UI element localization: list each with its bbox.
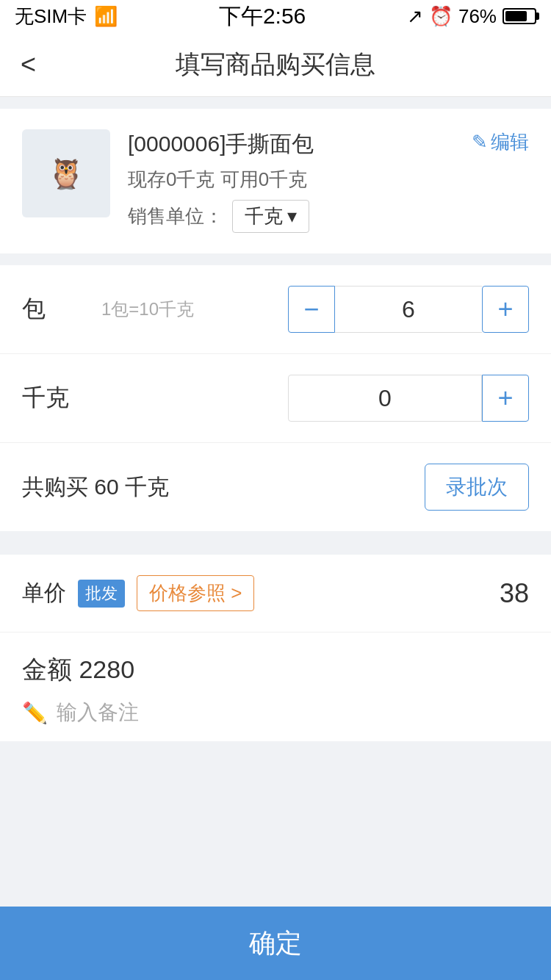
- status-right: ↗ ⏰ 76%: [407, 5, 536, 28]
- dropdown-icon: ▾: [287, 205, 297, 228]
- price-ref-label: 价格参照 >: [149, 580, 242, 606]
- alarm-icon: ⏰: [429, 5, 453, 28]
- battery-icon: [503, 8, 536, 24]
- edit-button[interactable]: ✎ 编辑: [472, 129, 529, 155]
- edit-icon: ✎: [472, 131, 488, 154]
- amount-value: 2280: [79, 655, 134, 683]
- package-controls: − +: [288, 286, 529, 333]
- status-bar: 无SIM卡 📶 下午2:56 ↗ ⏰ 76%: [0, 0, 551, 32]
- unit-label: 销售单位：: [128, 203, 223, 229]
- product-info: [0000006]手撕面包 ✎ 编辑 现存0千克 可用0千克 销售单位： 千克 …: [128, 129, 529, 233]
- wifi-icon: 📶: [94, 5, 118, 28]
- package-sublabel: 1包=10千克: [101, 298, 194, 321]
- summary-row: 共购买 60 千克 录批次: [0, 443, 551, 531]
- battery-percent: 76%: [458, 5, 497, 28]
- package-increment-button[interactable]: +: [482, 286, 529, 333]
- price-type-badge: 批发: [78, 580, 125, 608]
- package-decrement-button[interactable]: −: [288, 286, 335, 333]
- package-input-row: 包 1包=10千克 − +: [0, 265, 551, 354]
- edit-label: 编辑: [491, 129, 529, 155]
- amount-label: 金额: [22, 655, 72, 683]
- price-label: 单价: [22, 578, 66, 608]
- remark-row[interactable]: ✏️ 输入备注: [22, 699, 529, 727]
- kg-input-row: 千克 +: [0, 354, 551, 443]
- page-title: 填写商品购买信息: [176, 48, 375, 82]
- product-card: 🦉 [0000006]手撕面包 ✎ 编辑 现存0千克 可用0千克 销售单位： 千…: [0, 109, 551, 253]
- remark-placeholder: 输入备注: [57, 699, 139, 727]
- nav-bar: < 填写商品购买信息: [0, 32, 551, 97]
- confirm-button[interactable]: 确定: [0, 907, 551, 980]
- status-time: 下午2:56: [219, 1, 306, 32]
- price-value: 38: [500, 578, 529, 609]
- back-button[interactable]: <: [21, 49, 36, 80]
- batch-button[interactable]: 录批次: [425, 464, 529, 511]
- package-input[interactable]: [335, 286, 482, 333]
- section-divider-1: [0, 253, 551, 265]
- carrier-label: 无SIM卡: [15, 4, 87, 29]
- price-section: 单价 批发 价格参照 > 38: [0, 555, 551, 633]
- product-logo-icon: 🦉: [48, 159, 84, 188]
- product-name: [0000006]手撕面包: [128, 129, 314, 159]
- product-unit-row: 销售单位： 千克 ▾: [128, 200, 529, 233]
- product-stock: 现存0千克 可用0千克: [128, 167, 529, 192]
- amount-row: 金额 2280: [22, 653, 529, 687]
- summary-text: 共购买 60 千克: [22, 472, 169, 502]
- kg-input[interactable]: [288, 375, 482, 422]
- kg-label: 千克: [22, 382, 81, 414]
- price-ref-button[interactable]: 价格参照 >: [137, 575, 254, 611]
- unit-select[interactable]: 千克 ▾: [232, 200, 309, 233]
- kg-increment-button[interactable]: +: [482, 375, 529, 422]
- product-image: 🦉: [22, 129, 110, 217]
- product-header-row: [0000006]手撕面包 ✎ 编辑: [128, 129, 529, 167]
- amount-section: 金额 2280 ✏️ 输入备注: [0, 633, 551, 741]
- section-divider-2: [0, 531, 551, 543]
- location-icon: ↗: [407, 5, 423, 28]
- kg-controls: +: [288, 375, 529, 422]
- pencil-icon: ✏️: [22, 701, 48, 725]
- status-left: 无SIM卡 📶: [15, 4, 118, 29]
- package-label: 包: [22, 293, 81, 325]
- input-section: 包 1包=10千克 − + 千克 +: [0, 265, 551, 443]
- unit-value: 千克: [245, 203, 283, 229]
